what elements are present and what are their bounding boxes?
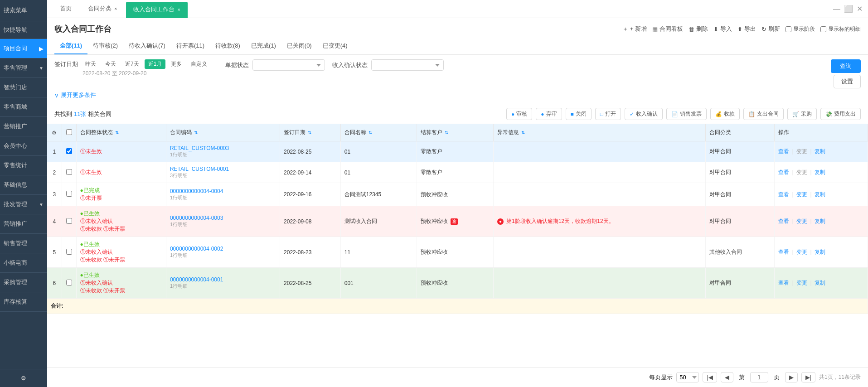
btn-sales-invoice[interactable]: 📄 销售发票 [666,108,707,120]
sidebar-search[interactable]: 搜索菜单 [0,0,47,21]
prev-page-btn[interactable]: ◀ [721,372,733,382]
btn-collect[interactable]: 💰 收款 [710,108,740,120]
btn-review[interactable]: ● 审核 [506,108,532,120]
sort-icon-code[interactable]: ⇅ [194,130,198,135]
sub-tab-pending-review[interactable]: 待审核(2) [87,38,123,54]
sidebar-item-retail-mgmt[interactable]: 零售管理 [0,58,47,78]
sidebar-item-marketing[interactable]: 营销推广 [0,117,47,136]
contract-code-link[interactable]: RETAIL_CUSTOM-0003 [170,145,229,151]
show-stages-checkbox[interactable]: 显示阶段 [786,25,815,33]
first-page-btn[interactable]: |◀ [703,372,717,382]
sort-icon-customer[interactable]: ⇅ [445,130,448,135]
btn-open[interactable]: □ 打开 [595,108,621,120]
sidebar-item-smart-store[interactable]: 智慧门店 [0,78,47,97]
income-confirm-select[interactable] [371,59,444,71]
btn-income-confirm[interactable]: ✓ 收入确认 [625,108,663,120]
contract-code-link[interactable]: 0000000000004-0003 [170,215,223,221]
op-copy[interactable]: 复制 [815,148,825,155]
op-copy[interactable]: 复制 [815,218,825,224]
query-button[interactable]: 查询 [831,59,861,73]
page-number-input[interactable] [750,372,768,382]
btn-close[interactable]: ■ 关闭 [566,108,592,120]
sub-tab-pending-collect[interactable]: 待收款(8) [210,38,246,54]
last-page-btn[interactable]: ▶| [801,372,815,382]
sort-icon-status[interactable]: ⇅ [115,130,119,135]
op-view[interactable]: 查看 [778,191,789,198]
refresh-button[interactable]: ↻ 刷新 [761,25,780,33]
sidebar-item-wholesale[interactable]: 批发管理 [0,195,47,214]
op-change[interactable]: 变更 [796,148,807,155]
col-checkbox[interactable] [62,124,76,141]
show-notes-checkbox[interactable]: 显示标的明细 [820,25,861,33]
row-checkbox[interactable] [62,237,76,268]
tab-home[interactable]: 首页 [53,0,79,18]
btn-purchase[interactable]: 🛒 采购 [787,108,817,120]
sub-tab-closed[interactable]: 已关闭(0) [281,38,317,54]
page-size-select[interactable]: 10 20 50 100 [676,372,699,382]
contract-code-link[interactable]: RETAIL_CUSTOM-0001 [170,166,229,172]
select-all-checkbox[interactable] [66,129,72,135]
contract-code-link[interactable]: 0000000000004-0004 [170,188,223,194]
sidebar-nav[interactable]: 快捷导航 [0,21,47,39]
doc-status-select[interactable] [252,59,325,71]
contract-board-button[interactable]: ▦ 合同看板 [652,25,683,33]
delete-button[interactable]: 🗑 删除 [689,25,708,33]
op-view[interactable]: 查看 [778,249,789,255]
import-button[interactable]: ⬇ 导入 [713,25,732,33]
date-btn-1month[interactable]: 近1月 [145,59,166,69]
op-copy[interactable]: 复制 [815,249,825,255]
op-view[interactable]: 查看 [778,280,789,286]
close-window-icon[interactable]: ✕ [857,5,863,13]
sidebar-item-retail-mall[interactable]: 零售商城 [0,97,47,117]
sort-icon-abnormal[interactable]: ⇅ [521,130,525,135]
new-button[interactable]: ＋ + 新增 [622,25,647,33]
date-btn-yesterday[interactable]: 昨天 [82,59,100,69]
row-checkbox[interactable] [62,183,76,206]
op-change[interactable]: 变更 [796,280,807,286]
btn-expense-out[interactable]: 💸 费用支出 [820,108,861,120]
op-change[interactable]: 变更 [796,169,807,175]
sidebar-item-inventory[interactable]: 库存核算 [0,292,47,312]
op-copy[interactable]: 复制 [815,191,825,198]
close-contract-category-tab[interactable]: × [114,6,117,11]
btn-expense-contract[interactable]: 📋 支出合同 [743,108,784,120]
sidebar-item-retail-stats[interactable]: 零售统计 [0,156,47,175]
contract-code-link[interactable]: 0000000000004-0002 [170,246,223,252]
set-button[interactable]: 设置 [834,75,861,88]
date-btn-custom[interactable]: 自定义 [187,59,211,69]
op-change[interactable]: 变更 [796,249,807,255]
minimize-icon[interactable]: — [833,5,840,13]
sub-tab-completed[interactable]: 已完成(1) [246,38,281,54]
contract-code-link[interactable]: 0000000000004-0001 [170,276,223,283]
sub-tab-pending-confirm[interactable]: 待收入确认(7) [123,38,171,54]
sidebar-item-ecommerce[interactable]: 小畅电商 [0,253,47,273]
op-change[interactable]: 变更 [796,218,807,224]
col-settings[interactable]: ⚙ [47,124,62,141]
sub-tab-changed[interactable]: 已变更(4) [317,38,353,54]
sidebar-item-basic-info[interactable]: 基础信息 [0,175,47,195]
sort-icon-name[interactable]: ⇅ [369,130,372,135]
row-checkbox[interactable] [62,141,76,162]
row-checkbox[interactable] [62,268,76,299]
op-copy[interactable]: 复制 [815,169,825,175]
sub-tab-all[interactable]: 全部(11) [54,38,87,54]
row-checkbox[interactable] [62,206,76,237]
op-view[interactable]: 查看 [778,148,789,155]
op-change[interactable]: 变更 [796,191,807,198]
sidebar-item-marketing2[interactable]: 营销推广 [0,214,47,234]
sidebar-item-sales[interactable]: 销售管理 [0,234,47,253]
export-button[interactable]: ⬆ 导出 [737,25,756,33]
sub-tab-pending-invoice[interactable]: 待开票(11) [171,38,210,54]
next-page-btn[interactable]: ▶ [785,372,798,382]
expand-filters-button[interactable]: ∨ 展开更多条件 [54,91,861,99]
sidebar-item-member[interactable]: 会员中心 [0,136,47,156]
op-view[interactable]: 查看 [778,218,789,224]
date-btn-7days[interactable]: 近7天 [121,59,143,69]
sort-icon-date[interactable]: ⇅ [308,130,311,135]
sidebar-settings[interactable]: ⚙ [0,369,47,387]
maximize-icon[interactable]: ⬜ [844,5,853,13]
date-btn-today[interactable]: 今天 [102,59,120,69]
btn-abandon-review[interactable]: ● 弃审 [536,108,562,120]
op-copy[interactable]: 复制 [815,280,825,286]
date-btn-more[interactable]: 更多 [167,59,185,69]
